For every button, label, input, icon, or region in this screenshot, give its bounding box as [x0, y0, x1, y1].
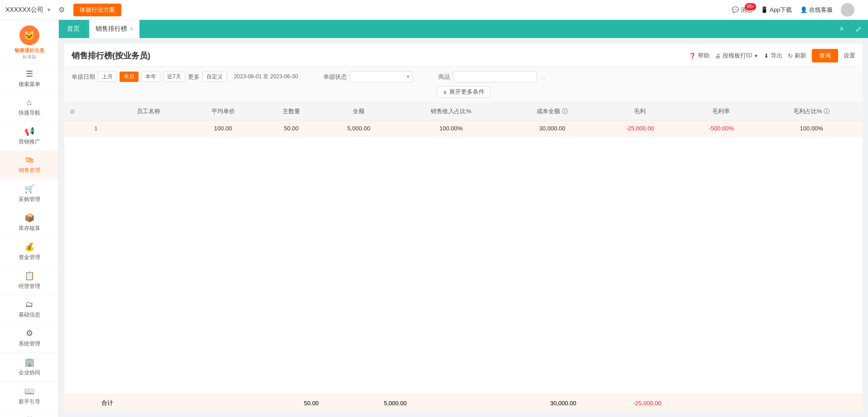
export-icon: ⬇	[764, 53, 769, 59]
sidebar-item-sales[interactable]: 🛍 销售管理	[0, 151, 58, 179]
tab-close-window-icon[interactable]: ×	[835, 23, 848, 35]
trial-button[interactable]: 体验行业方案	[73, 4, 121, 16]
sidebar-item-label: 库存核算	[19, 225, 40, 232]
cell-avg-price: 100.00	[186, 120, 260, 137]
footer-total-label: 合计	[101, 399, 185, 407]
apps-icon: 📺	[24, 415, 34, 417]
logo-sub: 标准版	[23, 54, 36, 60]
last-month-button[interactable]: 上月	[98, 72, 117, 82]
avatar[interactable]	[841, 3, 854, 17]
recent7-button[interactable]: 近7天	[163, 72, 185, 82]
sidebar-item-search[interactable]: ☰ 搜索菜单	[0, 64, 58, 93]
expand-conditions-button[interactable]: ∨ 展开更多条件	[437, 86, 490, 98]
status-select[interactable]	[350, 71, 413, 82]
sidebar-item-basic[interactable]: 🗂 基础信息	[0, 295, 58, 324]
sidebar-logo: 🐱 畅康通好生意 标准版	[0, 20, 58, 64]
this-month-button[interactable]: 本月	[120, 72, 139, 82]
goods-input[interactable]	[453, 71, 537, 82]
top-bar-right: 💬 消息 99+ 📱 App下载 👤 在线客服	[732, 3, 863, 17]
search-menu-icon: ☰	[26, 69, 33, 79]
marketing-icon: 📢	[24, 126, 34, 136]
sidebar-item-finance[interactable]: 💰 资金管理	[0, 237, 58, 266]
enterprise-icon: 🏢	[24, 357, 34, 367]
expand-icon: ∨	[443, 89, 447, 96]
col-gross-ratio: 毛利占比% ⓘ	[760, 103, 863, 120]
refresh-label: 刷新	[795, 52, 806, 60]
table-header: ⚙ 员工名称 平均单价 主数量 全额 销售收入占比% 成本全额 ⓘ 毛利 毛利率	[64, 103, 863, 120]
status-filter-group: 单据状态 ▼	[323, 71, 413, 82]
logo-text: 畅康通好生意	[14, 47, 44, 54]
operation-icon: 📋	[24, 271, 34, 281]
sidebar-item-label: 经营管理	[19, 283, 40, 290]
settings-button[interactable]: 设置	[844, 52, 855, 60]
sidebar-item-label: 采购管理	[19, 196, 40, 203]
message-icon: 💬	[732, 6, 739, 13]
cell-cost-amount: 30,000.00	[507, 120, 598, 137]
gear-icon[interactable]: ⚙	[55, 4, 68, 16]
sidebar-item-system[interactable]: ⚙ 系统管理	[0, 324, 58, 353]
goods-filter-group: 商品 …	[438, 71, 546, 82]
tab-sales-ranking[interactable]: 销售排行榜 ×	[89, 20, 139, 38]
filter-area: 单据日期 上月 本月 本年 近7天 更多 自定义 2023-06-01 至 20…	[64, 67, 863, 103]
sidebar: 🐱 畅康通好生意 标准版 ☰ 搜索菜单 ⌂ 快捷导航 📢 营销推广 🛍 销售管理…	[0, 20, 59, 417]
app-download-button[interactable]: 📱 App下载	[761, 6, 792, 14]
goods-more-icon[interactable]: …	[540, 73, 546, 80]
col-settings[interactable]: ⚙	[64, 103, 81, 120]
status-select-wrapper: ▼	[350, 71, 413, 82]
company-selector[interactable]: XXXXXX公司 ▼	[5, 6, 52, 14]
app-icon: 📱	[761, 6, 768, 13]
sidebar-item-label: 资金管理	[19, 254, 40, 261]
help-button[interactable]: ❓ 帮助	[689, 52, 710, 60]
table-header-row: ⚙ 员工名称 平均单价 主数量 全额 销售收入占比% 成本全额 ⓘ 毛利 毛利率	[64, 103, 863, 120]
status-filter-label: 单据状态	[323, 73, 347, 81]
cell-employee	[111, 120, 186, 137]
cell-sales-ratio: 100.00%	[395, 120, 507, 137]
custom-date-button[interactable]: 自定义	[202, 72, 227, 82]
refresh-button[interactable]: ↻ 刷新	[788, 52, 806, 60]
cell-gross-rate: -500.00%	[682, 120, 761, 137]
sidebar-item-shortcut[interactable]: ⌂ 快捷导航	[0, 93, 58, 122]
basic-icon: 🗂	[25, 300, 34, 309]
sidebar-item-label: 企业协同	[19, 369, 40, 377]
settings-label: 设置	[844, 52, 855, 60]
sales-table: ⚙ 员工名称 平均单价 主数量 全额 销售收入占比% 成本全额 ⓘ 毛利 毛利率	[64, 103, 863, 137]
footer-amount: 5,000.00	[353, 400, 437, 407]
print-button[interactable]: 🖨 按模板打印 ▼	[715, 52, 758, 60]
cell-expand	[64, 120, 81, 137]
filter-row-1: 单据日期 上月 本月 本年 近7天 更多 自定义 2023-06-01 至 20…	[72, 71, 855, 82]
sidebar-item-marketing[interactable]: 📢 营销推广	[0, 122, 58, 151]
main-layout: 🐱 畅康通好生意 标准版 ☰ 搜索菜单 ⌂ 快捷导航 📢 营销推广 🛍 销售管理…	[0, 20, 868, 417]
query-button[interactable]: 查询	[812, 49, 838, 62]
sidebar-item-apps[interactable]: 📺 应用中心	[0, 411, 58, 417]
purchase-icon: 🛒	[24, 184, 34, 194]
sidebar-item-purchase[interactable]: 🛒 采购管理	[0, 179, 58, 208]
message-button[interactable]: 💬 消息 99+	[732, 6, 753, 14]
export-button[interactable]: ⬇ 导出	[764, 52, 782, 60]
message-badge: 99+	[745, 3, 756, 10]
date-filter-group: 单据日期 上月 本月 本年 近7天 更多 自定义	[72, 72, 227, 82]
sidebar-item-guide[interactable]: 📖 新手引导	[0, 382, 58, 411]
sidebar-item-enterprise[interactable]: 🏢 企业协同	[0, 353, 58, 382]
sidebar-item-inventory[interactable]: 📦 库存核算	[0, 208, 58, 237]
this-year-button[interactable]: 本年	[141, 72, 160, 82]
cell-amount: 5,000.00	[322, 120, 396, 137]
system-icon: ⚙	[26, 328, 33, 338]
table-body: 1 100.00 50.00 5,000.00 100.00% 30,000.0…	[64, 120, 863, 137]
tab-close-icon[interactable]: ×	[130, 26, 133, 32]
date-range-display: 2023-06-01 至 2023-06-30	[234, 73, 298, 81]
cell-gross: -25,000.00	[598, 120, 682, 137]
col-gross-rate: 毛利率	[682, 103, 761, 120]
service-label: 在线客服	[809, 6, 833, 14]
online-service-button[interactable]: 👤 在线客服	[800, 6, 833, 14]
sidebar-item-operation[interactable]: 📋 经营管理	[0, 266, 58, 295]
tab-bar-right: × ⤢	[835, 23, 868, 35]
table-area: ⚙ 员工名称 平均单价 主数量 全额 销售收入占比% 成本全额 ⓘ 毛利 毛利率	[64, 103, 863, 394]
tab-maximize-icon[interactable]: ⤢	[852, 23, 864, 35]
page-content: 销售排行榜(按业务员) ❓ 帮助 🖨 按模板打印 ▼ ⬇	[59, 38, 868, 417]
sales-icon: 🛍	[25, 155, 34, 165]
more-date-link[interactable]: 更多	[188, 73, 200, 81]
sidebar-item-label: 快捷导航	[19, 109, 40, 117]
export-label: 导出	[771, 52, 782, 60]
inventory-icon: 📦	[24, 213, 34, 223]
tab-home[interactable]: 首页	[59, 20, 88, 38]
